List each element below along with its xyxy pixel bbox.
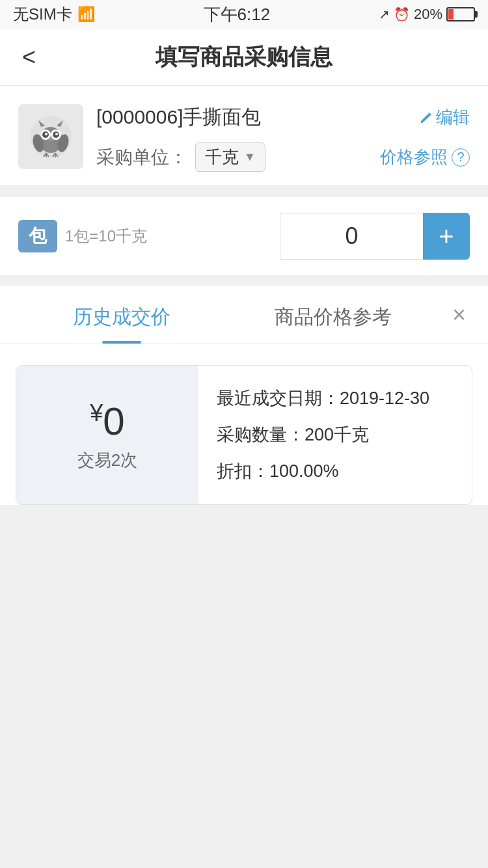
help-icon: ? [452,148,470,167]
edit-icon [419,111,433,125]
status-left: 无SIM卡 📶 [13,4,95,25]
price-card: ¥0 交易2次 最近成交日期：2019-12-30 采购数量：200千克 折扣：… [16,365,472,505]
product-image [18,104,83,169]
separator-1 [0,185,488,195]
product-info: [0000006]手撕面包 编辑 采购单位： 千克 ▼ [96,104,470,172]
wifi-icon: 📶 [77,6,95,23]
price-detail-date-row: 最近成交日期：2019-12-30 [217,387,454,411]
tabs-header: 历史成交价 商品价格参考 × [0,286,488,344]
battery-icon [446,7,475,21]
product-name-row: [0000006]手撕面包 编辑 [96,104,470,131]
tab-product-label: 商品价格参考 [275,306,392,327]
svg-point-7 [55,133,58,135]
recent-date-value: 2019-12-30 [340,388,429,408]
status-time: 下午6:12 [204,3,271,26]
purchase-qty-value: 200千克 [305,425,369,444]
tabs-section: 历史成交价 商品价格参考 × ¥0 交易2次 最近成交日期：2019-12-30… [0,286,488,505]
quantity-conversion: 1包=10千克 [65,226,147,247]
status-bar: 无SIM卡 📶 下午6:12 ↗ ⏰ 20% [0,0,488,29]
quantity-input-group: + [280,213,470,260]
quantity-label: 包 1包=10千克 [18,220,147,252]
dropdown-icon: ▼ [244,150,256,164]
quantity-section: 包 1包=10千克 + [0,197,488,275]
nav-bar: < 填写商品采购信息 [0,29,488,86]
location-icon: ↗ [379,7,390,22]
quantity-plus-button[interactable]: + [423,213,470,260]
edit-button[interactable]: 编辑 [419,106,470,129]
unit-select[interactable]: 千克 ▼ [195,142,265,172]
price-right: 最近成交日期：2019-12-30 采购数量：200千克 折扣：100.00% [198,366,472,504]
tab-product-price[interactable]: 商品价格参考 [227,286,439,344]
quantity-input[interactable] [280,213,423,260]
unit-value: 千克 [205,146,239,169]
currency-symbol: ¥ [90,400,103,426]
price-detail-qty-row: 采购数量：200千克 [217,423,454,448]
price-reference-button[interactable]: 价格参照 ? [380,146,470,169]
tab-underline [102,341,141,344]
tab-history-price[interactable]: 历史成交价 [16,286,227,344]
purchase-unit-label: 采购单位： [96,145,187,170]
product-name: [0000006]手撕面包 [96,104,261,131]
purchase-unit-row: 采购单位： 千克 ▼ 价格参照 ? [96,142,470,172]
recent-date-label: 最近成交日期： [217,388,340,408]
product-logo-icon [28,114,74,159]
tab-history-label: 历史成交价 [73,306,170,327]
svg-point-6 [45,133,47,135]
discount-label: 折扣： [217,461,269,481]
product-header: [0000006]手撕面包 编辑 采购单位： 千克 ▼ [18,104,470,172]
discount-value: 100.00% [269,461,339,481]
alarm-icon: ⏰ [394,7,410,22]
edit-label: 编辑 [436,106,470,129]
price-value: 0 [103,400,124,443]
close-tab-button[interactable]: × [439,295,472,335]
status-right: ↗ ⏰ 20% [379,6,475,23]
battery-text: 20% [414,6,442,23]
back-button[interactable]: < [16,37,42,77]
price-trades: 交易2次 [77,449,137,472]
quantity-unit-box: 包 [18,220,57,252]
carrier-text: 无SIM卡 [13,4,72,25]
price-left: ¥0 交易2次 [16,366,198,504]
price-amount: ¥0 [90,399,124,444]
product-card: [0000006]手撕面包 编辑 采购单位： 千克 ▼ [0,86,488,185]
price-ref-label: 价格参照 [380,146,448,169]
price-detail-discount-row: 折扣：100.00% [217,459,454,484]
purchase-qty-label: 采购数量： [217,425,305,444]
page-title: 填写商品采购信息 [156,42,332,72]
